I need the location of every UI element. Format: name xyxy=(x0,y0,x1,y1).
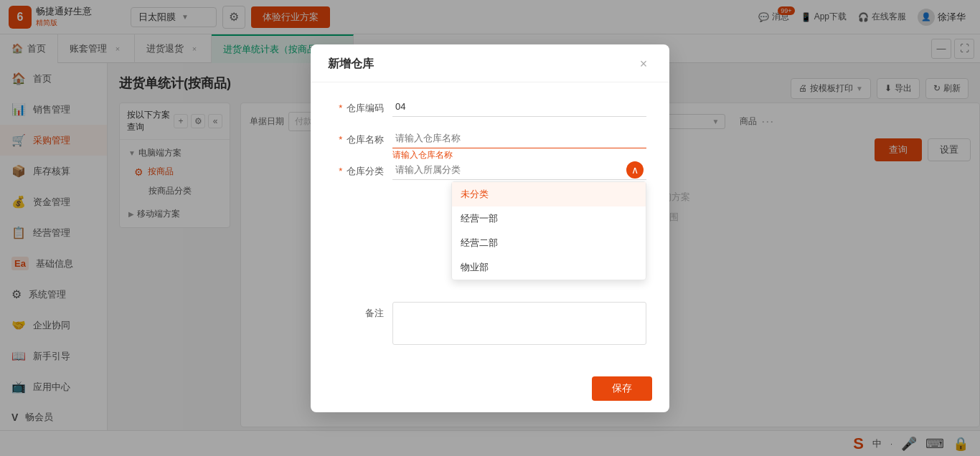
category-dropdown: 未分类 经营一部 经营二部 物业部 xyxy=(451,181,646,280)
chevron-up-icon: ∧ xyxy=(631,164,639,176)
modal-body: * 仓库编码 * 仓库名称 请输入仓库名称 * 仓库分类 xyxy=(311,82,669,368)
code-label: * 仓库编码 xyxy=(334,97,384,115)
modal-close-button[interactable]: × xyxy=(635,56,652,73)
dropdown-item-uncategorized[interactable]: 未分类 xyxy=(452,182,646,206)
note-label: 备注 xyxy=(334,302,384,320)
modal-overlay: 新增仓库 × * 仓库编码 * 仓库名称 请输入仓库名称 xyxy=(0,0,980,456)
form-row-code: * 仓库编码 xyxy=(334,97,646,117)
warehouse-name-input[interactable] xyxy=(392,128,646,148)
category-label: * 仓库分类 xyxy=(334,160,384,178)
modal-footer: 保存 xyxy=(311,368,669,412)
dropdown-item-ops2[interactable]: 经营二部 xyxy=(452,231,646,255)
dropdown-item-property[interactable]: 物业部 xyxy=(452,255,646,280)
form-row-category: * 仓库分类 ∧ 未分类 经营一部 xyxy=(334,160,646,180)
name-label: * 仓库名称 xyxy=(334,128,384,146)
form-row-note: 备注 xyxy=(334,302,646,345)
save-button[interactable]: 保存 xyxy=(592,376,652,401)
modal-title: 新增仓库 xyxy=(328,57,374,72)
warehouse-code-input[interactable] xyxy=(392,97,646,117)
modal-header: 新增仓库 × xyxy=(311,44,669,82)
category-toggle-button[interactable]: ∧ xyxy=(626,161,644,179)
new-warehouse-modal: 新增仓库 × * 仓库编码 * 仓库名称 请输入仓库名称 xyxy=(311,44,669,412)
dropdown-item-ops1[interactable]: 经营一部 xyxy=(452,206,646,231)
category-select-input[interactable] xyxy=(392,160,646,180)
form-row-name: * 仓库名称 请输入仓库名称 xyxy=(334,128,646,148)
note-textarea[interactable] xyxy=(392,302,646,345)
category-select-wrap: ∧ 未分类 经营一部 经营二部 物业部 xyxy=(392,160,646,180)
